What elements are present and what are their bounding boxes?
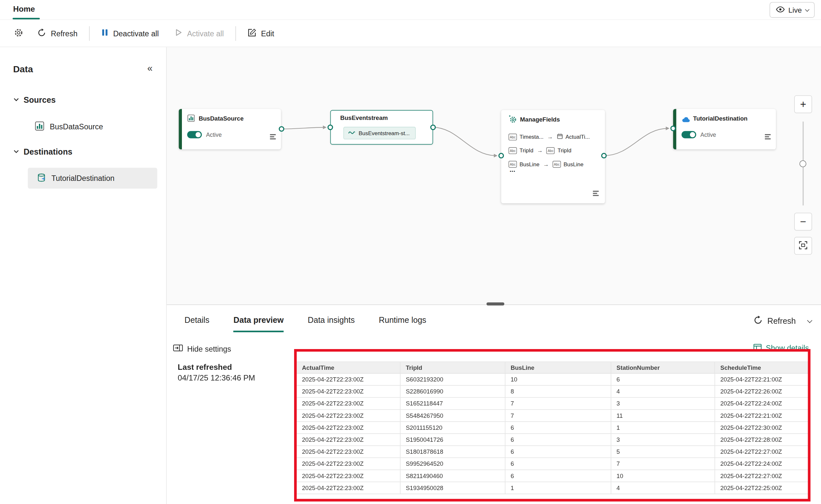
active-status-label: Active <box>206 132 221 138</box>
bar-chart-icon <box>35 121 45 133</box>
field-type-icon: Abc <box>509 133 517 140</box>
refresh-icon <box>37 28 46 38</box>
eventstream-canvas[interactable]: BusDataSource Active BusEventstream BusE… <box>167 47 821 305</box>
table-cell: 2025-04-22T22:21:00Z <box>715 374 809 386</box>
table-cell: 4 <box>611 482 715 494</box>
table-cell: S1934950028 <box>400 482 505 494</box>
fit-to-screen-button[interactable] <box>794 237 812 255</box>
table-cell: 10 <box>611 470 715 482</box>
table-cell: 1 <box>611 422 715 434</box>
mapping-to: BusLine <box>564 161 583 167</box>
column-header: ScheduleTime <box>715 362 809 374</box>
column-header: ActualTime <box>297 362 400 374</box>
field-type-icon: Abc <box>509 147 517 154</box>
zoom-in-button[interactable]: + <box>794 95 812 113</box>
sidebar-item-label: BusDataSource <box>50 123 103 131</box>
chevron-down-icon <box>13 147 19 157</box>
table-cell: 2025-04-22T22:23:00Z <box>297 422 400 434</box>
table-cell: 2025-04-22T22:23:00Z <box>297 386 400 398</box>
chevron-down-icon <box>13 95 19 105</box>
tab-runtime-logs[interactable]: Runtime logs <box>379 315 426 332</box>
refresh-button-label: Refresh <box>51 29 77 38</box>
table-cell: 2025-04-22T22:24:00Z <box>715 458 809 470</box>
mapping-from: Timesta... <box>520 134 544 140</box>
table-cell: 2025-04-22T22:27:00Z <box>715 470 809 482</box>
arrow-right-icon: → <box>543 161 549 167</box>
activate-all-button[interactable]: Activate all <box>174 28 224 38</box>
table-cell: 2025-04-22T22:23:00Z <box>297 482 400 494</box>
table-cell: 2025-04-22T22:23:00Z <box>297 446 400 458</box>
node-busdatasource[interactable]: BusDataSource Active <box>179 109 281 149</box>
edit-button-label: Edit <box>261 29 274 38</box>
tab-data-insights[interactable]: Data insights <box>308 315 355 332</box>
table-cell: S1950041726 <box>400 434 505 446</box>
table-cell: 2025-04-22T22:23:00Z <box>297 410 400 422</box>
table-cell: 2025-04-22T22:26:00Z <box>715 386 809 398</box>
table-cell: 2025-04-22T22:28:00Z <box>715 434 809 446</box>
node-title: BusEventstream <box>340 115 388 121</box>
node-managefields[interactable]: ManageFields Abc Timesta... → ActualTi..… <box>501 110 605 204</box>
sidebar-item-busdatasource[interactable]: BusDataSource <box>35 121 103 133</box>
show-details-button[interactable]: Show details <box>753 344 809 352</box>
plus-icon: + <box>800 98 806 110</box>
eventstream-subitem[interactable]: BusEventstream-st... <box>343 127 416 139</box>
splitter-drag-handle[interactable] <box>487 302 504 306</box>
show-details-label: Show details <box>766 344 809 352</box>
table-cell: 10 <box>506 374 612 386</box>
bottom-tabs: Details Data preview Data insights Runti… <box>184 315 427 332</box>
sources-group-header[interactable]: Sources <box>13 95 55 105</box>
field-type-icon: Abc <box>546 147 555 154</box>
table-cell: 6 <box>506 422 612 434</box>
tab-details[interactable]: Details <box>184 315 209 332</box>
edge-connections <box>167 47 821 305</box>
sidebar-item-tutorialdestination[interactable]: TutorialDestination <box>28 168 157 189</box>
table-cell: 5 <box>611 446 715 458</box>
stream-wave-icon <box>348 130 356 136</box>
table-details-icon <box>753 344 762 352</box>
deactivate-all-button[interactable]: Deactivate all <box>101 28 159 38</box>
settings-button[interactable] <box>14 28 24 39</box>
node-menu-icon[interactable] <box>270 133 276 141</box>
table-cell: S9952964520 <box>400 458 505 470</box>
node-tutorialdestination[interactable]: TutorialDestination Active <box>673 109 776 149</box>
edit-pencil-icon <box>247 28 256 38</box>
zoom-slider-handle[interactable] <box>800 160 806 167</box>
active-tab-indicator <box>13 18 40 19</box>
table-cell: 11 <box>611 410 715 422</box>
activate-all-label: Activate all <box>187 29 224 38</box>
table-cell: S6032193200 <box>400 374 505 386</box>
node-menu-icon[interactable] <box>593 190 599 197</box>
toolbar: Refresh Deactivate all Activate all Edit <box>0 20 821 47</box>
tab-data-preview[interactable]: Data preview <box>233 315 284 332</box>
table-cell: 3 <box>611 398 715 410</box>
toolbar-divider <box>89 26 90 41</box>
column-header: BusLine <box>506 362 612 374</box>
toolbar-divider <box>235 26 236 41</box>
edit-button[interactable]: Edit <box>247 28 274 38</box>
active-toggle[interactable] <box>187 131 202 138</box>
column-header: TripId <box>400 362 505 374</box>
table-cell: 6 <box>506 434 612 446</box>
refresh-button[interactable]: Refresh <box>37 28 77 38</box>
active-toggle[interactable] <box>682 131 696 138</box>
live-button[interactable]: Live <box>769 2 815 18</box>
manage-fields-gear-icon <box>508 115 517 126</box>
datetime-type-icon <box>557 133 563 141</box>
field-mapping-row: Abc BusLine → Abc BusLine <box>509 157 590 171</box>
node-buseventstream[interactable]: BusEventstream BusEventstream-st... <box>330 110 433 145</box>
table-cell: 2025-04-22T22:25:00Z <box>715 482 809 494</box>
hide-settings-button[interactable]: Hide settings <box>173 344 231 353</box>
node-menu-icon[interactable] <box>765 133 771 141</box>
arrow-right-icon: → <box>537 147 543 153</box>
live-eye-icon <box>776 6 785 14</box>
preview-refresh-button[interactable]: Refresh <box>753 315 812 327</box>
table-cell: S5484267950 <box>400 410 505 422</box>
destinations-group-header[interactable]: Destinations <box>13 147 72 157</box>
tab-home[interactable]: Home <box>13 4 35 13</box>
table-cell: S2286016990 <box>400 386 505 398</box>
node-title: BusDataSource <box>199 115 243 122</box>
chevron-down-icon[interactable] <box>807 318 812 323</box>
active-status-label: Active <box>700 132 716 138</box>
zoom-out-button[interactable]: − <box>794 213 812 230</box>
collapse-sidebar-icon[interactable]: « <box>147 63 152 74</box>
